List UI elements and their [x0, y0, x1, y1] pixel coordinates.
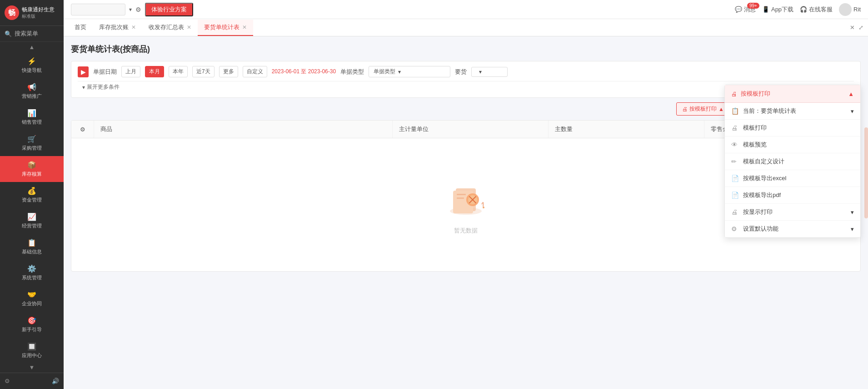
top-gear-icon[interactable]: ⚙: [135, 6, 141, 13]
dp-export-excel-icon: 📄: [731, 175, 738, 182]
th-unit: 主计量单位: [393, 121, 549, 138]
page-content: 要货单统计表(按商品) ▶ 单据日期 上月 本月 本年 近7天 更多 自定义 2…: [64, 36, 868, 389]
guide-icon: 🎯: [27, 316, 36, 325]
tab-order-stats[interactable]: 要货单统计表 ✕: [198, 20, 253, 36]
dp-template-design[interactable]: ✏ 模板自定义设计: [725, 153, 860, 170]
sidebar-item-guide[interactable]: 🎯 新手引导: [0, 312, 64, 338]
dp-display-print[interactable]: 🖨 按显示打印 ▾: [725, 204, 860, 221]
dp-set-default[interactable]: ⚙ 设置默认功能 ▾: [725, 221, 860, 237]
download-icon: 📱: [762, 6, 769, 13]
dp-display-print-icon: 🖨: [731, 208, 738, 216]
gear-settings-icon[interactable]: ⚙: [80, 126, 85, 133]
sidebar-item-finance[interactable]: 💰 资金管理: [0, 182, 64, 208]
dp-template-preview-icon: 👁: [731, 141, 738, 148]
scrollbar-thumb[interactable]: [864, 127, 868, 218]
top-dropdown-arrow[interactable]: ▾: [129, 6, 132, 13]
sidebar-nav: ⚡ 快捷导航 📢 营销推广 📊 销售管理 🛒 采购管理 📦 库存核算 💰 资金管…: [0, 52, 64, 362]
close-window-icon[interactable]: ✕: [850, 24, 855, 31]
filter-row: ▶ 单据日期 上月 本月 本年 近7天 更多 自定义 2023-06-01 至 …: [78, 66, 854, 77]
close-collection-summary[interactable]: ✕: [187, 24, 191, 30]
sidebar-item-marketing[interactable]: 📢 营销推广: [0, 78, 64, 104]
dp-print-icon: 🖨: [731, 91, 737, 97]
search-menu[interactable]: 🔍 搜索菜单: [0, 26, 64, 42]
svg-rect-7: [457, 194, 466, 195]
dp-header[interactable]: 🖨 按模板打印 ▲: [725, 85, 860, 103]
trial-button[interactable]: 体验行业方案: [145, 3, 193, 16]
type-filter-label: 单据类型: [340, 68, 364, 76]
marketing-icon: 📢: [27, 83, 36, 91]
online-service-btn[interactable]: 🎧 在线客服: [800, 5, 833, 14]
type-select[interactable]: 单据类型 ▾: [369, 66, 450, 77]
order-type-arrow: ▾: [479, 69, 482, 75]
maximize-icon[interactable]: ⤢: [858, 24, 863, 31]
filter-toggle-btn[interactable]: ▶: [78, 66, 89, 77]
expand-icon: ▾: [82, 84, 85, 91]
user-avatar-btn[interactable]: Rit: [839, 3, 861, 16]
sidebar-item-system[interactable]: ⚙️ 系统管理: [0, 260, 64, 286]
empty-text: 暂无数据: [454, 227, 478, 235]
sidebar-item-quick-nav[interactable]: ⚡ 快捷导航: [0, 52, 64, 78]
app-center-icon: 🔲: [27, 342, 36, 351]
dp-up-icon[interactable]: ▲: [848, 91, 854, 97]
dp-current-template[interactable]: 📋 当前：要货单统计表 ▾: [725, 103, 860, 120]
inventory-icon: 📦: [27, 161, 36, 169]
dp-template-print-icon: 🖨: [731, 124, 738, 131]
scroll-down-btn[interactable]: ▼: [0, 362, 64, 373]
th-quantity: 主数量: [549, 121, 704, 138]
sidebar-item-collab[interactable]: 🤝 企业协同: [0, 286, 64, 312]
top-bar-right: 💬 消息 99+ 📱 App下载 🎧 在线客服 Rit: [735, 3, 861, 16]
sidebar: 畅 畅康通好生意 标准版 🔍 搜索菜单 ▲ ⚡ 快捷导航 📢 营销推广 📊 销售…: [0, 0, 64, 389]
sidebar-item-basic-info[interactable]: 📋 基础信息: [0, 234, 64, 260]
sidebar-item-app-center[interactable]: 🔲 应用中心: [0, 338, 64, 362]
date-btn-7days[interactable]: 近7天: [192, 66, 215, 77]
app-logo: 畅 畅康通好生意 标准版: [0, 0, 64, 26]
svg-point-9: [483, 207, 484, 208]
th-checkbox: ⚙: [71, 121, 94, 138]
dp-export-pdf[interactable]: 📄 按模板导出pdf: [725, 187, 860, 204]
order-type-select[interactable]: ▾: [471, 67, 508, 77]
close-order-stats[interactable]: ✕: [242, 24, 247, 30]
sound-icon[interactable]: 🔊: [52, 378, 59, 384]
purchase-icon: 🛒: [27, 135, 36, 143]
service-icon: 🎧: [800, 6, 807, 13]
empty-illustration: [443, 175, 489, 220]
dp-display-arrow: ▾: [851, 209, 854, 216]
print-icon: 🖨: [682, 106, 688, 112]
message-btn[interactable]: 💬 消息 99+: [735, 5, 756, 14]
settings-bottom-icon[interactable]: ⚙: [5, 378, 10, 384]
top-bar-left: ▾ ⚙ 体验行业方案: [71, 3, 730, 16]
print-template-btn[interactable]: 🖨 按模板打印 ▲: [676, 102, 730, 116]
svg-rect-8: [457, 197, 464, 199]
user-avatar: [839, 3, 852, 16]
date-btn-this-year[interactable]: 本年: [169, 66, 188, 77]
tab-collection-summary[interactable]: 收发存汇总表 ✕: [142, 20, 198, 36]
dp-set-default-icon: ⚙: [731, 225, 738, 232]
dp-export-excel[interactable]: 📄 按模板导出excel: [725, 170, 860, 187]
sidebar-item-operations[interactable]: 📈 经营管理: [0, 208, 64, 234]
scroll-up-btn[interactable]: ▲: [0, 42, 64, 52]
date-btn-this-month[interactable]: 本月: [145, 66, 164, 77]
dp-current-icon: 📋: [731, 107, 738, 115]
dp-template-print[interactable]: 🖨 模板打印: [725, 120, 860, 136]
top-search-input[interactable]: [71, 4, 125, 15]
close-batch-account[interactable]: ✕: [131, 24, 136, 30]
sidebar-item-purchase[interactable]: 🛒 采购管理: [0, 130, 64, 156]
date-btn-more[interactable]: 更多: [219, 66, 238, 77]
type-select-arrow: ▾: [398, 69, 401, 75]
sidebar-item-inventory[interactable]: 📦 库存核算: [0, 156, 64, 182]
tab-batch-account[interactable]: 库存批次账 ✕: [93, 20, 142, 36]
message-icon: 💬: [735, 6, 742, 13]
collab-icon: 🤝: [27, 290, 36, 299]
logo-icon: 畅: [5, 5, 19, 20]
date-btn-custom[interactable]: 自定义: [243, 66, 267, 77]
app-download-btn[interactable]: 📱 App下载: [762, 5, 793, 14]
sidebar-item-sales[interactable]: 📊 销售管理: [0, 104, 64, 130]
dp-template-preview[interactable]: 👁 模板预览: [725, 136, 860, 153]
tab-home[interactable]: 首页: [68, 20, 93, 36]
dp-template-design-icon: ✏: [731, 158, 738, 165]
date-range-display: 2023-06-01 至 2023-06-30: [272, 68, 336, 76]
dp-export-pdf-icon: 📄: [731, 192, 738, 199]
date-btn-last-month[interactable]: 上月: [121, 66, 140, 77]
print-arrow-icon: ▲: [718, 106, 724, 112]
sales-icon: 📊: [27, 109, 36, 117]
